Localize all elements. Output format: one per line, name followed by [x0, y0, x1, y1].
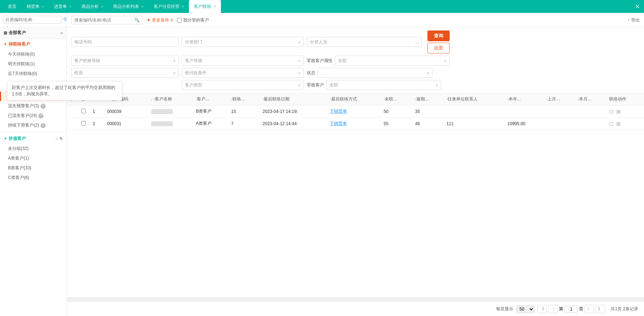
table-row: 1 000039 B类客户 15 2023-04-17 14:19: 下销货单 …: [67, 105, 644, 118]
phone-field[interactable]: 电话号码: [71, 37, 179, 47]
window-close-button[interactable]: ✕: [635, 3, 640, 10]
filter-row-2: 客户价格等级 ∨ 客户等级 ∨ 零散客户属性 全部 ∨: [71, 56, 640, 66]
prev-page-btn[interactable]: 〈: [548, 305, 557, 313]
customer-grade-field[interactable]: 客户等级 ∨: [182, 56, 304, 66]
row1-link-icon[interactable]: ⬡: [609, 109, 613, 114]
customer-table: ⚙ ☐ · ·客户编码 · ·客户名称 ·客户... ·: [67, 93, 644, 130]
settings-button[interactable]: 设置: [427, 43, 450, 53]
circle-icon[interactable]: ○: [55, 136, 58, 141]
row2-grid-icon[interactable]: ⊞: [616, 121, 621, 127]
customer-type-field[interactable]: 客户类型 ∨: [182, 80, 304, 90]
scatter-attr-field[interactable]: 全部 ∨: [335, 56, 450, 66]
manager-field[interactable]: 分管人员 ...: [307, 37, 422, 47]
close-goods-list-tab[interactable]: ×: [141, 4, 143, 9]
nav-item-customer-segment[interactable]: 客户分层经营 ×: [149, 0, 189, 13]
col-contact-person[interactable]: ·往来单位联系人: [444, 93, 505, 105]
nav-item-customer-contact[interactable]: 客户联络 ×: [189, 0, 221, 13]
waiting-group-title[interactable]: ▼ 待联络客户: [0, 39, 66, 49]
page-number-input[interactable]: [565, 306, 578, 313]
row2-last-method[interactable]: 下销货单: [327, 118, 381, 130]
row2-check[interactable]: [78, 118, 90, 130]
close-segment-tab[interactable]: ×: [182, 4, 184, 9]
col-last-method[interactable]: ·最后联络方式: [327, 93, 381, 105]
row1-last-method[interactable]: 下销货单: [327, 105, 381, 118]
price-grade-field[interactable]: 客户价格等级 ∨: [71, 56, 179, 66]
close-goods-tab[interactable]: ×: [101, 4, 103, 9]
row2-checkbox[interactable]: [81, 121, 86, 126]
export-btn[interactable]: ↑ 导出: [627, 17, 640, 23]
edit-icon[interactable]: ✎: [59, 136, 63, 141]
col-this-month[interactable]: ·本月...: [575, 93, 606, 105]
collapse-arrow-icon[interactable]: »: [60, 30, 63, 36]
sidebar-item-class-b[interactable]: B类客户(33): [0, 163, 66, 173]
nature-field[interactable]: 性质 ∨: [71, 68, 179, 78]
row2-action-icons: ⬡ ⊞: [609, 121, 641, 127]
row2-type: A类客户: [193, 118, 228, 130]
my-customer-checkbox[interactable]: [177, 18, 182, 23]
row2-this-year: 10995.00: [505, 118, 543, 130]
page-navigation: 《 〈 第 页 〉 》: [537, 305, 605, 313]
scatter-attribute-area: 零散客户属性 全部 ∨: [307, 56, 640, 66]
col-overdue[interactable]: ·逾期...: [412, 93, 444, 105]
sidebar-item-loss-warning[interactable]: 流失预警客户(3) ?: [0, 101, 66, 111]
page-size-select[interactable]: 50 100 200: [516, 305, 534, 313]
sidebar-item-declining[interactable]: 持续下滑客户(2) ?: [0, 121, 66, 130]
col-last-contact-date[interactable]: ·最后联络日期: [260, 93, 327, 105]
sidebar-content: ▼ 待联络客户 今天待联络(0) 明天待联络(1) 近7天待联络(0) 逾期未联…: [0, 39, 66, 316]
scatter-attr-arrow: ∨: [444, 59, 446, 63]
sidebar-item-class-a[interactable]: A类客户(1): [0, 154, 66, 163]
search-icon[interactable]: 🔍: [134, 18, 140, 23]
payment-field[interactable]: 收付款条件 ∨: [182, 68, 304, 78]
department-field[interactable]: 分管部门 ∨: [182, 37, 304, 47]
search-input[interactable]: [74, 18, 133, 23]
filter-row-4: ... 客户类型 ∨ 零散客户 全部 ∨: [71, 80, 640, 90]
manager-dots[interactable]: ...: [415, 39, 418, 44]
row1-check[interactable]: [78, 105, 90, 118]
horizontal-scrollbar[interactable]: [67, 297, 644, 302]
next-page-btn[interactable]: 〉: [585, 305, 594, 313]
nav-item-home[interactable]: 首页: [3, 0, 22, 13]
close-sales-tab[interactable]: ×: [42, 4, 44, 9]
query-button[interactable]: 查询: [427, 30, 450, 41]
close-purchase-tab[interactable]: ×: [69, 4, 71, 9]
scatter-customer-field[interactable]: 全部 ∨: [326, 80, 441, 90]
sidebar-item-7days[interactable]: 近7天待联络(0): [0, 69, 66, 79]
sidebar-item-tomorrow[interactable]: 明天待联络(1): [0, 59, 66, 69]
last-page-btn[interactable]: 》: [596, 305, 605, 313]
sidebar-item-lost[interactable]: 已流失客户(24) ?: [0, 111, 66, 121]
col-this-year[interactable]: ·本年...: [505, 93, 543, 105]
top-nav: 首页 销货单 × 进货单 × 商品分析 × 商品分析列表 × 客户分层经营 × …: [0, 0, 644, 13]
nav-item-goods-list[interactable]: 商品分析列表 ×: [108, 0, 148, 13]
col-contact-count[interactable]: ·联络...: [228, 93, 260, 105]
col-uncontacted[interactable]: ·未联...: [381, 93, 412, 105]
row2-uncontacted: 55: [381, 118, 412, 130]
row2-link-icon[interactable]: ⬡: [609, 121, 613, 127]
nav-item-purchase[interactable]: 进货单 ×: [49, 0, 76, 13]
more-conditions-btn[interactable]: ▼ 更多条件 ∧: [147, 17, 173, 23]
status-arrow: ∨: [427, 71, 429, 75]
value-customer-group[interactable]: ▼ 价值客户 ○ ✎: [0, 133, 66, 144]
col-customer-type[interactable]: ·客户...: [193, 93, 228, 105]
col-customer-name[interactable]: · ·客户名称: [148, 93, 193, 105]
tooltip-box: 距客户上次交易时长，超过了此客户的平均交易周期的1.5倍，则视为异常。: [7, 81, 67, 100]
question-icon-3[interactable]: ?: [38, 113, 43, 118]
first-page-btn[interactable]: 《: [537, 305, 547, 313]
nav-item-goods-analysis[interactable]: 商品分析 ×: [77, 0, 108, 13]
row1-seq: 1: [90, 105, 104, 118]
nav-item-sales[interactable]: 销货单 ×: [22, 0, 49, 13]
row1-grid-icon[interactable]: ⊞: [616, 109, 621, 114]
sidebar-item-class-c[interactable]: C类客户(6): [0, 173, 66, 183]
filter-icon: ▼: [147, 18, 151, 23]
row1-checkbox[interactable]: [81, 109, 86, 113]
status-field[interactable]: ∨: [318, 68, 432, 78]
sidebar-search-input[interactable]: [3, 16, 62, 24]
my-customer-check[interactable]: 我分管的客户: [177, 17, 209, 23]
question-icon-2[interactable]: ?: [41, 104, 46, 109]
question-icon-4[interactable]: ?: [41, 123, 46, 128]
sidebar-item-ungrouped[interactable]: 未分组(32): [0, 144, 66, 154]
sidebar-search-icon[interactable]: 🔍: [63, 17, 67, 22]
sidebar-item-today[interactable]: 今天待联络(0): [0, 49, 66, 59]
col-last-month[interactable]: ·上月...: [543, 93, 575, 105]
sidebar-all-customers[interactable]: ⊞ 全部客户 »: [0, 27, 66, 39]
close-contact-tab[interactable]: ×: [213, 4, 216, 9]
